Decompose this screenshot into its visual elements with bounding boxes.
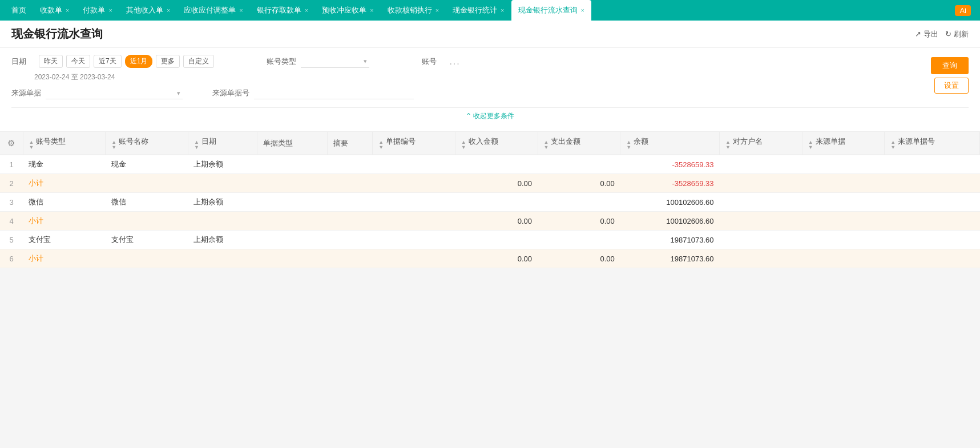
source-doc-num-input[interactable] [254,87,414,99]
gear-icon[interactable]: ⚙ [7,138,15,148]
cell-account-name: 现金 [106,155,188,174]
collapse-bar[interactable]: ⌃ 收起更多条件 [11,107,969,124]
cell-balance: 100102606.60 [620,212,720,231]
source-doc-filter-group: 来源单据 [11,87,183,99]
cell-doc-number [373,193,455,212]
account-filter-group: 账号 ... [422,56,460,67]
nav-tab-label: 现金银行统计 [453,0,497,21]
cell-doc-number [373,231,455,249]
account-label: 账号 [422,56,445,67]
nav-tab-label: 收款单 [40,0,62,21]
column-header-date[interactable]: ▲▼日期 [188,132,257,155]
sort-arrows: ▲▼ [626,140,631,150]
nav-tab-预收冲应收单[interactable]: 预收冲应收单× [315,0,380,21]
nav-tab-现金银行统计[interactable]: 现金银行统计× [446,0,511,21]
tab-close-icon[interactable]: × [370,0,373,21]
data-table: ⚙▲▼账号类型▲▼账号名称▲▼日期单据类型摘要▲▼单据编号▲▼收入金额▲▼支出金… [0,132,980,268]
account-type-select[interactable]: 现金 微信 支付宝 [301,55,369,68]
tab-close-icon[interactable]: × [501,0,504,21]
column-header-income[interactable]: ▲▼收入金额 [455,132,538,155]
cell-account-type: 现金 [23,155,106,174]
filter-area: 日期 昨天今天近7天近1月更多自定义 账号类型 现金 微信 支付宝 [0,48,980,132]
column-header-source_doc_num[interactable]: ▲▼来源单据号 [885,132,980,155]
tab-close-icon[interactable]: × [305,0,308,21]
cell-account-name: 微信 [106,193,188,212]
cell-source-doc [802,231,885,249]
top-navigation: 首页 收款单×付款单×其他收入单×应收应付调整单×银行存取款单×预收冲应收单×收… [0,0,980,21]
column-header-account_type[interactable]: ▲▼账号类型 [23,132,106,155]
nav-tab-其他收入单[interactable]: 其他收入单× [119,0,177,21]
date-option-昨天[interactable]: 昨天 [39,55,63,68]
date-option-自定义[interactable]: 自定义 [183,55,214,68]
cell-doc-type [257,174,328,193]
tab-close-icon[interactable]: × [167,0,170,21]
source-doc-select-wrapper [46,87,183,99]
column-header-account_name[interactable]: ▲▼账号名称 [106,132,188,155]
cell-doc-type [257,193,328,212]
page-title: 现金银行流水查询 [11,26,103,42]
cell-account-name [106,174,188,193]
tab-close-icon[interactable]: × [66,0,69,21]
cell-summary [328,212,373,231]
table-row: 3微信微信上期余额100102606.60 [0,193,980,212]
date-option-更多[interactable]: 更多 [156,55,180,68]
column-header-balance[interactable]: ▲▼余额 [620,132,720,155]
column-header-expense[interactable]: ▲▼支出金额 [538,132,620,155]
account-more-button[interactable]: ... [449,56,460,67]
row-number: 4 [0,212,23,231]
tab-close-icon[interactable]: × [108,0,112,21]
refresh-button[interactable]: ↻ 刷新 [945,29,969,39]
row-number: 3 [0,193,23,212]
cell-source-doc-num [885,249,980,268]
data-table-container: ⚙▲▼账号类型▲▼账号名称▲▼日期单据类型摘要▲▼单据编号▲▼收入金额▲▼支出金… [0,132,980,268]
ai-badge[interactable]: Ai [955,5,971,16]
cell-counterpart [719,249,802,268]
nav-tab-银行存取款单[interactable]: 银行存取款单× [250,0,315,21]
cell-doc-type [257,249,328,268]
page-header: 现金银行流水查询 ↗ 导出 ↻ 刷新 [0,21,980,48]
nav-tab-付款单[interactable]: 付款单× [76,0,119,21]
cell-source-doc [802,193,885,212]
cell-doc-type [257,231,328,249]
cell-summary [328,193,373,212]
tab-close-icon[interactable]: × [435,0,439,21]
nav-tab-应收应付调整单[interactable]: 应收应付调整单× [177,0,249,21]
table-row: 4小计0.000.00100102606.60 [0,212,980,231]
nav-tab-label: 收款核销执行 [388,0,432,21]
sort-arrows: ▲▼ [29,140,34,150]
cell-counterpart [719,174,802,193]
cell-account-name: 支付宝 [106,231,188,249]
source-doc-select[interactable] [46,87,183,99]
cell-date [188,212,257,231]
settings-button[interactable]: 设置 [934,78,969,94]
nav-tab-现金银行流水查询[interactable]: 现金银行流水查询× [511,0,591,21]
sort-arrows: ▲▼ [461,140,466,150]
export-button[interactable]: ↗ 导出 [915,29,938,39]
nav-home[interactable]: 首页 [5,0,33,21]
nav-tab-label: 银行存取款单 [257,0,301,21]
date-label: 日期 [11,56,34,67]
date-option-近7天[interactable]: 近7天 [94,55,122,68]
cell-income: 0.00 [455,249,538,268]
column-header-summary: 摘要 [328,132,373,155]
tab-close-icon[interactable]: × [581,0,584,21]
nav-tab-label: 应收应付调整单 [184,0,236,21]
nav-tab-label: 付款单 [83,0,105,21]
column-header-doc_number[interactable]: ▲▼单据编号 [373,132,455,155]
cell-expense [538,231,620,249]
cell-date [188,249,257,268]
date-option-近1月[interactable]: 近1月 [125,55,153,68]
cell-account-name [106,249,188,268]
nav-tab-收款单[interactable]: 收款单× [33,0,76,21]
query-button[interactable]: 查询 [931,57,969,74]
refresh-icon: ↻ [945,30,951,38]
cell-source-doc-num [885,174,980,193]
date-option-今天[interactable]: 今天 [66,55,90,68]
source-doc-num-filter-group: 来源单据号 [212,87,414,99]
tab-close-icon[interactable]: × [239,0,243,21]
nav-tab-收款核销执行[interactable]: 收款核销执行× [381,0,446,21]
table-row: 2小计0.000.00-3528659.33 [0,174,980,193]
column-header-counterpart[interactable]: ▲▼对方户名 [719,132,802,155]
column-header-source_doc[interactable]: ▲▼来源单据 [802,132,885,155]
cell-doc-number [373,155,455,174]
